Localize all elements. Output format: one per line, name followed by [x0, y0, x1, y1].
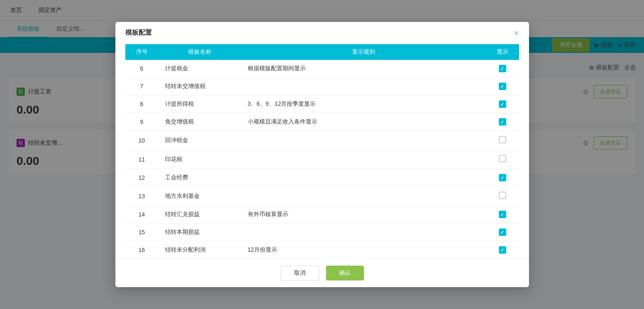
cell-name: 免交增值税	[158, 113, 241, 131]
cell-name: 结转未交增值税	[158, 78, 241, 95]
modal-footer: 取消 确认	[115, 259, 529, 287]
cell-name: 计提所得税	[158, 95, 241, 113]
table-row: 10回冲税金	[125, 131, 519, 150]
cell-rule: 根据模版配置期间显示	[241, 60, 486, 78]
cell-rule	[241, 223, 486, 241]
col-header-name: 模板名称	[158, 44, 241, 60]
table-row: 9免交增值税小规模且满足收入条件显示✓	[125, 113, 519, 131]
cell-name: 工会经费	[158, 169, 241, 187]
cell-name: 回冲税金	[158, 131, 241, 150]
cell-rule: 小规模且满足收入条件显示	[241, 113, 486, 131]
cell-name: 结转未分配利润	[158, 241, 241, 259]
cell-id: 13	[125, 187, 158, 206]
table-row: 13地方水利基金	[125, 187, 519, 206]
modal-header: 模板配置 ×	[115, 22, 529, 44]
col-header-show: 显示	[486, 44, 519, 60]
checkbox-checked[interactable]: ✓	[499, 174, 506, 181]
cell-id: 7	[125, 78, 158, 95]
cell-checkbox[interactable]	[486, 150, 519, 169]
table-row: 6计提税金根据模版配置期间显示✓	[125, 60, 519, 78]
cell-name: 计提税金	[158, 60, 241, 78]
cell-checkbox[interactable]	[486, 131, 519, 150]
checkbox-checked[interactable]: ✓	[499, 83, 506, 90]
checkbox-checked[interactable]: ✓	[499, 246, 506, 254]
cell-rule	[241, 187, 486, 206]
cell-name: 结转本期损益	[158, 223, 241, 241]
cell-rule	[241, 150, 486, 169]
cell-id: 8	[125, 95, 158, 113]
cell-rule: 12月份显示	[241, 241, 486, 259]
checkbox-checked[interactable]: ✓	[499, 118, 506, 126]
checkbox-unchecked[interactable]	[499, 155, 506, 162]
config-table: 序号 模板名称 显示规则 显示 6计提税金根据模版配置期间显示✓7结转未交增值税…	[125, 44, 519, 259]
cell-rule	[241, 131, 486, 150]
cell-checkbox[interactable]: ✓	[486, 241, 519, 259]
modal-title: 模板配置	[125, 29, 152, 37]
cell-rule	[241, 78, 486, 95]
modal-close-button[interactable]: ×	[514, 29, 519, 37]
table-body: 6计提税金根据模版配置期间显示✓7结转未交增值税✓8计提所得税3、6、9、12月…	[125, 60, 519, 259]
confirm-button[interactable]: 确认	[326, 266, 364, 280]
cell-checkbox[interactable]: ✓	[486, 60, 519, 78]
cell-name: 地方水利基金	[158, 187, 241, 206]
cell-checkbox[interactable]: ✓	[486, 78, 519, 95]
table-row: 12工会经费✓	[125, 169, 519, 187]
cell-checkbox[interactable]: ✓	[486, 206, 519, 223]
cancel-button[interactable]: 取消	[280, 266, 319, 280]
cell-id: 14	[125, 206, 158, 223]
cell-id: 9	[125, 113, 158, 131]
checkbox-checked[interactable]: ✓	[499, 100, 506, 108]
cell-checkbox[interactable]: ✓	[486, 113, 519, 131]
cell-rule: 3、6、9、12月按季度显示	[241, 95, 486, 113]
table-row: 16结转未分配利润12月份显示✓	[125, 241, 519, 259]
checkbox-checked[interactable]: ✓	[499, 228, 506, 236]
checkbox-unchecked[interactable]	[499, 192, 506, 199]
checkbox-checked[interactable]: ✓	[499, 211, 506, 218]
table-wrapper: 序号 模板名称 显示规则 显示 6计提税金根据模版配置期间显示✓7结转未交增值税…	[125, 44, 519, 259]
cell-id: 12	[125, 169, 158, 187]
table-row: 8计提所得税3、6、9、12月按季度显示✓	[125, 95, 519, 113]
col-header-rule: 显示规则	[241, 44, 486, 60]
cell-checkbox[interactable]: ✓	[486, 169, 519, 187]
cell-checkbox[interactable]: ✓	[486, 95, 519, 113]
table-row: 11印花税	[125, 150, 519, 169]
cell-id: 16	[125, 241, 158, 259]
cell-id: 11	[125, 150, 158, 169]
cell-checkbox[interactable]	[486, 187, 519, 206]
checkbox-checked[interactable]: ✓	[499, 65, 506, 72]
modal-template-config: 模板配置 × 序号 模板名称 显示规则 显示 6计提税金根据模版配置期间显示✓7…	[115, 22, 529, 287]
checkbox-unchecked[interactable]	[499, 136, 506, 143]
table-row: 15结转本期损益✓	[125, 223, 519, 241]
table-row: 7结转未交增值税✓	[125, 78, 519, 95]
col-header-id: 序号	[125, 44, 158, 60]
table-header: 序号 模板名称 显示规则 显示	[125, 44, 519, 60]
cell-name: 印花税	[158, 150, 241, 169]
cell-checkbox[interactable]: ✓	[486, 223, 519, 241]
cell-rule: 有外币核算显示	[241, 206, 486, 223]
cell-rule	[241, 169, 486, 187]
cell-id: 15	[125, 223, 158, 241]
cell-id: 10	[125, 131, 158, 150]
modal-body: 序号 模板名称 显示规则 显示 6计提税金根据模版配置期间显示✓7结转未交增值税…	[115, 44, 529, 259]
cell-id: 6	[125, 60, 158, 78]
cell-name: 结转汇兑损益	[158, 206, 241, 223]
table-row: 14结转汇兑损益有外币核算显示✓	[125, 206, 519, 223]
